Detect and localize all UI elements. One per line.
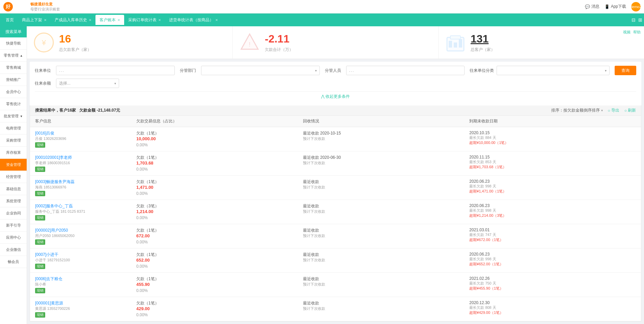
search-button[interactable]: 查询 bbox=[615, 66, 636, 75]
customer-name-link-7[interactable]: [000001]黄思源 bbox=[35, 301, 63, 305]
sort-control[interactable]: 排序：按欠款金额倒序排序 ▾ bbox=[551, 108, 603, 113]
debt-label-0: 欠款（1笔） bbox=[136, 130, 303, 136]
debt-label-5: 欠款（1笔） bbox=[136, 252, 303, 258]
sidebar-item-purchase-mgmt[interactable]: 采购管理 bbox=[0, 135, 27, 147]
sidebar-item-retail-stats[interactable]: 零售统计 bbox=[0, 98, 27, 110]
tab-close-4[interactable]: ✕ bbox=[158, 18, 161, 22]
customer-phone-0: 吕俊 13026203696 bbox=[35, 136, 136, 141]
balance-select[interactable]: 选择... ▾ bbox=[56, 79, 119, 88]
card2-content: -2.11 欠款合计（万） bbox=[265, 32, 431, 52]
tab-home[interactable]: 首页 bbox=[2, 15, 18, 25]
customer-name-link-2[interactable]: [0003]畅捷服务尹海蕊 bbox=[35, 179, 75, 184]
customer-cell-5: [0007]小进干 小进干 18279152100 现销 bbox=[35, 252, 136, 269]
customer-name-link-6[interactable]: [0006]去下粮仓 bbox=[35, 276, 62, 281]
system-name: 畅捷通好生意 母婴行业演示账套 bbox=[30, 2, 60, 12]
table-row: [0001020001]李老师 李老师 18600391516 现销 欠款（1笔… bbox=[30, 151, 641, 176]
due-date-3: 2020.06.23 bbox=[469, 203, 636, 208]
tab-close-2[interactable]: ✕ bbox=[89, 18, 91, 22]
overdue-link-6[interactable]: 超期¥455.90（1笔） bbox=[469, 286, 503, 290]
due-cell-2: 2020.06.23 最长欠款 998 天 超期¥1,471.00（1笔） bbox=[469, 179, 636, 194]
help-btn[interactable]: 帮助 bbox=[633, 30, 641, 35]
category-select[interactable]: ▾ bbox=[497, 66, 610, 75]
tab-product-offshelf[interactable]: 商品上下架 ✕ bbox=[18, 15, 51, 25]
sidebar-item-app-center[interactable]: 应用中心 bbox=[0, 232, 27, 244]
debt-amount-1: 1,703.68 bbox=[136, 160, 303, 166]
tab-maximize-icon[interactable]: ⊞ bbox=[638, 17, 642, 23]
sidebar-item-finance[interactable]: 资金管理 bbox=[0, 159, 27, 171]
customer-name-link-5[interactable]: [0007]小进干 bbox=[35, 252, 58, 257]
sidebar-item-ops-mgmt[interactable]: 经营管理 bbox=[0, 171, 27, 183]
refresh-btn[interactable]: ○ 刷新 bbox=[624, 108, 636, 113]
message-btn[interactable]: 💬 消息 bbox=[585, 4, 599, 9]
debt-label-2: 欠款（1笔） bbox=[136, 179, 303, 185]
debt-amount-4: 672.00 bbox=[136, 233, 303, 238]
customer-name-link-1[interactable]: [0001020001]李老师 bbox=[35, 155, 72, 160]
sidebar-item-member-center[interactable]: 会员中心 bbox=[0, 86, 27, 98]
customer-tag-2: 现销 bbox=[35, 191, 45, 196]
tab-purchase-order[interactable]: 采购订单统计表 ✕ bbox=[124, 15, 165, 25]
overdue-link-5[interactable]: 超期¥652.00（1笔） bbox=[469, 262, 503, 266]
sidebar-item-inventory[interactable]: 库存核算 bbox=[0, 147, 27, 159]
sidebar-item-retail-mgmt[interactable]: 零售管理 ▲ bbox=[0, 50, 27, 62]
overdue-link-3[interactable]: 超期¥1,214.00（3笔） bbox=[469, 213, 506, 217]
tab-restore-icon[interactable]: ⊟ bbox=[632, 17, 636, 23]
user-avatar[interactable]: demo2 bbox=[631, 2, 641, 11]
card3-top-actions: 视频 帮助 bbox=[623, 30, 641, 35]
sidebar-item-newbie-guide[interactable]: 新手引导 bbox=[0, 219, 27, 232]
overdue-link-2[interactable]: 超期¥1,471.00（1笔） bbox=[469, 189, 506, 193]
sidebar-item-enterprise-collab[interactable]: 企业协同 bbox=[0, 207, 27, 219]
customer-name-link-0[interactable]: [0016]吕俊 bbox=[35, 131, 54, 136]
sidebar-item-quick-nav[interactable]: 快捷导航 bbox=[0, 37, 27, 50]
collapse-bar[interactable]: ⋀ 收起更多条件 bbox=[35, 91, 636, 101]
content-area: ¥ 16 总欠款客户（家） ! -2.11 欠款合计（万） bbox=[27, 26, 644, 324]
tab-customer-account[interactable]: 客户账本 ✕ bbox=[95, 15, 124, 25]
customer-tag-5: 现销 bbox=[35, 264, 45, 269]
sidebar-item-retail-store[interactable]: 零售商城 bbox=[0, 62, 27, 74]
result-actions: 排序：按欠款金额倒序排序 ▾ ○ 导出 ○ 刷新 bbox=[551, 108, 636, 113]
video-btn[interactable]: 视频 bbox=[623, 30, 631, 35]
customer-name-link-4[interactable]: [000002]用户2050 bbox=[35, 228, 68, 233]
app-download-btn[interactable]: 📱 App下载 bbox=[605, 4, 626, 9]
table-row: [0006]去下粮仓 陈小希 现销 欠款（1笔） 455.90 0.00% 最近… bbox=[30, 273, 641, 297]
debt-ratio-2: 0.00% bbox=[136, 191, 303, 196]
sidebar-item-enterprise-wechat[interactable]: 企业微信 bbox=[0, 244, 27, 256]
filter-dept: 分管部门 ▾ bbox=[180, 66, 320, 75]
tab-close-1[interactable]: ✕ bbox=[44, 18, 47, 22]
sidebar-item-ecommerce[interactable]: 电商管理 bbox=[0, 122, 27, 135]
next-payment-7: 预计下次收款 bbox=[303, 306, 470, 311]
recent-payment-5: 最近收款 bbox=[303, 252, 470, 258]
svg-rect-7 bbox=[454, 42, 457, 48]
card2-value: -2.11 bbox=[265, 32, 431, 45]
sidebar-item-vip-member[interactable]: 畅会员 bbox=[0, 256, 27, 268]
due-cell-6: 2021.02.26 最长欠款 750 天 超期¥455.90（1笔） bbox=[469, 276, 636, 291]
debt-ratio-3: 0.00% bbox=[136, 215, 303, 220]
sidebar-item-batch-mgmt[interactable]: 批发管理 ▼ bbox=[0, 110, 27, 122]
overdue-link-0[interactable]: 超期¥10,000.00（1笔） bbox=[469, 141, 508, 145]
message-icon: 💬 bbox=[585, 4, 590, 9]
top-right-actions: 💬 消息 📱 App下载 demo2 bbox=[585, 2, 641, 11]
tab-stock-stats[interactable]: 进货单统计表（按商品） ✕ bbox=[165, 15, 222, 25]
overdue-link-7[interactable]: 超期¥429.00（1笔） bbox=[469, 311, 503, 315]
sidebar-search[interactable]: 搜索菜单 bbox=[0, 26, 27, 37]
overdue-link-4[interactable]: 超期¥672.00（1笔） bbox=[469, 238, 503, 242]
export-btn[interactable]: ○ 导出 bbox=[608, 108, 619, 113]
dropdown-arrow-balance: ▾ bbox=[114, 82, 116, 85]
overdue-link-1[interactable]: 超期¥1,703.68（1笔） bbox=[469, 165, 506, 169]
export-icon: ○ bbox=[608, 108, 610, 113]
sidebar-item-system-mgmt[interactable]: 系统管理 bbox=[0, 195, 27, 207]
tab-product-history[interactable]: 产成品入库单历史 ✕ bbox=[51, 15, 95, 25]
tab-close-5[interactable]: ✕ bbox=[215, 18, 218, 22]
vendor-input[interactable]: ... bbox=[56, 66, 175, 75]
tab-close-3[interactable]: ✕ bbox=[117, 18, 120, 22]
sidebar-item-marketing[interactable]: 营销推广 bbox=[0, 74, 27, 86]
dropdown-arrow-category: ▾ bbox=[605, 69, 607, 72]
debt-cell-3: 欠款（3笔） 1,214.00 0.00% bbox=[136, 203, 303, 220]
customer-name-link-3[interactable]: [0002]服务中心_丁磊 bbox=[35, 204, 73, 208]
person-input[interactable]: ... bbox=[346, 66, 465, 75]
table-row: [0007]小进干 小进干 18279152100 现销 欠款（1笔） 652.… bbox=[30, 248, 641, 273]
dept-select[interactable]: ▾ bbox=[201, 66, 320, 75]
filter-vendor: 往来单位 ... bbox=[35, 66, 175, 75]
summary-card-3: 131 总客户（家） 视频 帮助 bbox=[439, 26, 644, 59]
sidebar-item-basic-info[interactable]: 基础信息 bbox=[0, 183, 27, 195]
debt-cell-0: 欠款（1笔） 10,000.00 0.00% bbox=[136, 130, 303, 147]
